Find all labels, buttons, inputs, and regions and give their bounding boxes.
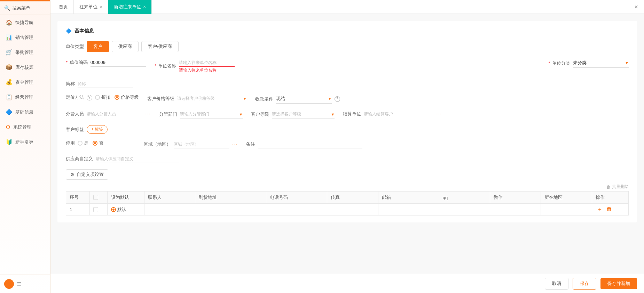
add-row-button[interactable]: ＋ — [596, 206, 604, 213]
customer-price-level-select[interactable]: 请选择客户价格等级 ▼ — [177, 94, 247, 103]
unit-code-input[interactable] — [91, 58, 146, 67]
row-default-radio[interactable]: 默认 — [111, 206, 141, 213]
tab-contacts-close[interactable]: ✕ — [100, 5, 102, 9]
disabled-label: 停用 — [66, 140, 75, 146]
supplier-custom-input[interactable] — [96, 155, 179, 163]
save-button[interactable]: 保存 — [573, 278, 596, 290]
sidebar-item-system[interactable]: ⚙ 系统管理 — [0, 120, 50, 135]
sidebar-item-basic-info[interactable]: 🔷 基础信息 — [0, 105, 50, 120]
customer-price-level-placeholder: 请选择客户价格等级 — [177, 96, 242, 101]
fax-input[interactable] — [331, 207, 359, 212]
disabled-no-radio[interactable]: 否 — [93, 140, 103, 146]
row-fax[interactable] — [327, 204, 378, 215]
region-input[interactable] — [174, 140, 229, 148]
manager-input[interactable] — [87, 110, 142, 118]
sidebar-item-quick-nav[interactable]: 🏠 快捷导航 — [0, 15, 50, 30]
sidebar-item-label: 销售管理 — [15, 34, 33, 41]
phone-input[interactable] — [270, 207, 305, 212]
unit-category-value: 未分类 — [573, 60, 623, 66]
pricing-help-icon[interactable]: ? — [87, 95, 92, 100]
qq-input[interactable] — [443, 207, 471, 212]
sidebar-item-sales[interactable]: 📊 销售管理 — [0, 30, 50, 45]
tab-new-contact[interactable]: 新增往来单位 ✕ — [108, 0, 152, 14]
table-row: 1 默认 — [66, 204, 629, 215]
settlement-label: 结算单位 — [343, 111, 361, 117]
row-contact[interactable] — [144, 204, 195, 215]
col-checkbox — [90, 192, 108, 204]
cancel-button[interactable]: 取消 — [545, 278, 568, 290]
unit-type-supplier-btn[interactable]: 供应商 — [112, 41, 139, 52]
sidebar-item-guide[interactable]: 🔰 新手引导 — [0, 135, 50, 149]
pricing-radio-group: 折扣 价格等级 — [95, 94, 139, 100]
disabled-yes-radio[interactable]: 是 — [78, 140, 88, 146]
row-phone[interactable] — [266, 204, 327, 215]
customer-level-label: 客户等级 — [251, 111, 269, 117]
department-select[interactable]: 请输入分管部门 ▼ — [180, 110, 243, 119]
box-icon: 📦 — [6, 64, 13, 71]
delivery-input[interactable] — [199, 207, 241, 212]
save-and-new-button[interactable]: 保存并新增 — [600, 278, 637, 289]
pricing-grade-radio[interactable]: 价格等级 — [115, 94, 139, 100]
region-table-input[interactable] — [544, 207, 572, 212]
supplier-custom-row: 供应商自定义 — [66, 155, 629, 163]
row-checkbox[interactable] — [93, 207, 98, 212]
short-name-input[interactable] — [78, 80, 133, 88]
contact-input[interactable] — [148, 207, 176, 212]
region-more-icon[interactable]: ··· — [232, 141, 238, 147]
pricing-discount-radio[interactable]: 折扣 — [95, 94, 110, 100]
customer-level-field: 客户等级 请选择客户等级 ▼ — [251, 110, 335, 119]
sidebar-item-label: 系统管理 — [13, 124, 31, 130]
row-default-dot — [112, 209, 115, 211]
col-phone: 电话号码 — [266, 192, 327, 204]
payment-help-icon[interactable]: ? — [335, 96, 340, 102]
main-content: 首页 往来单位 ✕ 新增往来单位 ✕ ✕ 🔷 基本信息 单位类型 客户 — [50, 0, 644, 293]
customer-level-select[interactable]: 请选择客户等级 ▼ — [272, 110, 335, 119]
select-all-checkbox[interactable] — [93, 195, 98, 200]
delete-row-button[interactable]: 🗑 — [605, 206, 613, 212]
row-checkbox-cell — [90, 204, 108, 215]
unit-type-customer-btn[interactable]: 客户 — [87, 41, 109, 52]
settlement-input[interactable] — [364, 110, 433, 118]
menu-icon[interactable]: ☰ — [17, 281, 22, 287]
discount-radio-circle — [95, 95, 100, 100]
email-input[interactable] — [382, 207, 417, 212]
row-email[interactable] — [378, 204, 439, 215]
sidebar-item-label: 库存核算 — [15, 64, 33, 71]
tab-home[interactable]: 首页 — [53, 0, 74, 14]
tab-bar-close-button[interactable]: ✕ — [631, 3, 641, 11]
sidebar-item-label: 采购管理 — [15, 49, 33, 56]
table-header-row: 序号 设为默认 联系人 到货地址 电话号码 传真 邮箱 qq 微信 所在地区 — [66, 192, 629, 204]
sidebar-item-finance[interactable]: 💰 资金管理 — [0, 75, 50, 90]
sidebar-item-management[interactable]: 📋 经营管理 — [0, 90, 50, 105]
notes-input[interactable] — [258, 140, 362, 148]
add-tag-button[interactable]: + 标签 — [87, 125, 108, 134]
sidebar-item-purchase[interactable]: 🛒 采购管理 — [0, 45, 50, 60]
unit-name-input[interactable] — [179, 58, 235, 67]
payment-terms-value: 现结 — [276, 96, 327, 102]
manager-more-icon[interactable]: ··· — [145, 111, 151, 117]
tab-contacts[interactable]: 往来单位 ✕ — [74, 0, 108, 14]
customer-tag-row: 客户标签 + 标签 — [66, 125, 629, 134]
row-region[interactable] — [541, 204, 592, 215]
sidebar-item-inventory[interactable]: 📦 库存核算 — [0, 60, 50, 75]
sidebar-bottom: ☰ — [0, 275, 50, 293]
col-wechat: 微信 — [490, 192, 541, 204]
money-icon: 💰 — [6, 79, 13, 86]
sidebar-search[interactable]: 🔍 搜索菜单 — [0, 1, 50, 15]
payment-terms-select[interactable]: 现结 ▼ — [276, 94, 332, 104]
custom-settings-button[interactable]: ⚙ 自定义项设置 — [66, 169, 108, 180]
row-qq[interactable] — [439, 204, 490, 215]
row-default-radio-circle — [111, 207, 116, 212]
customer-tag-label: 客户标签 — [66, 127, 84, 133]
settlement-more-icon[interactable]: ··· — [436, 111, 442, 117]
region-label: 区域（地区） — [144, 141, 171, 147]
row-wechat[interactable] — [490, 204, 541, 215]
unit-type-both-btn[interactable]: 客户/供应商 — [141, 41, 179, 52]
unit-name-label: * 单位名称 — [155, 63, 176, 69]
basic-info-card: 🔷 基本信息 单位类型 客户 供应商 客户/供应商 * — [57, 21, 637, 222]
unit-category-select[interactable]: 未分类 ▼ — [573, 58, 629, 68]
wechat-input[interactable] — [494, 207, 521, 212]
col-qq: qq — [439, 192, 490, 204]
tab-new-contact-close[interactable]: ✕ — [143, 5, 146, 9]
row-delivery[interactable] — [195, 204, 266, 215]
